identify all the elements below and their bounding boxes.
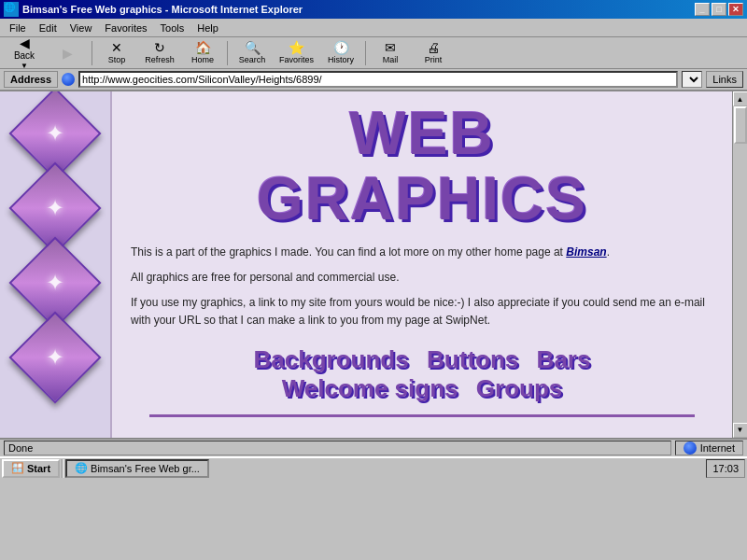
forward-button[interactable]: ▶ — [47, 39, 88, 67]
scroll-up-button[interactable]: ▲ — [733, 91, 748, 106]
heading-line2: GRAPHICS — [131, 166, 713, 231]
history-button[interactable]: 🕐 History — [320, 39, 361, 67]
taskbar-ie-item[interactable]: 🌐 Bimsan's Free Web gr... — [65, 459, 209, 478]
title-bar: 🌐 Bimsan's Free Web graphics - Microsoft… — [0, 0, 747, 19]
taskbar-clock: 17:03 — [706, 459, 745, 478]
address-bar: Address Links — [0, 69, 747, 91]
menu-help[interactable]: Help — [191, 21, 224, 35]
nav-bars[interactable]: Bars — [537, 345, 591, 374]
home-button[interactable]: 🏠 Home — [182, 39, 223, 67]
menu-file[interactable]: File — [4, 21, 32, 35]
toolbar-separator-1 — [92, 41, 92, 65]
address-label: Address — [4, 71, 58, 88]
search-button[interactable]: 🔍 Search — [232, 39, 273, 67]
favorites-button[interactable]: ⭐ Favorites — [275, 39, 318, 67]
menu-edit[interactable]: Edit — [34, 21, 63, 35]
description-para2: All graphics are free for personal and c… — [131, 269, 713, 287]
status-zone: Internet — [675, 441, 743, 455]
toolbar-separator-3 — [365, 41, 366, 65]
print-button[interactable]: 🖨 Print — [413, 39, 454, 67]
sidebar: ✦ ✦ ✦ ✦ — [0, 91, 112, 438]
status-done: Done — [4, 441, 671, 455]
menu-tools[interactable]: Tools — [155, 21, 190, 35]
scrollbar-track[interactable] — [733, 106, 747, 423]
description-para1: This is a part of the graphics I made. Y… — [131, 244, 713, 261]
window-icon: 🌐 — [4, 2, 19, 17]
nav-groups[interactable]: Groups — [476, 374, 562, 403]
page-area: ✦ ✦ ✦ ✦ WEB GRAPHICS This is a part of t… — [0, 91, 732, 438]
stop-button[interactable]: ✕ Stop — [96, 39, 137, 67]
nav-buttons[interactable]: Buttons — [427, 345, 518, 374]
menu-favorites[interactable]: Favorites — [99, 21, 152, 35]
diamond-4: ✦ — [9, 312, 102, 404]
status-globe-icon — [684, 441, 697, 455]
maximize-button[interactable]: □ — [712, 3, 726, 16]
refresh-button[interactable]: ↻ Refresh — [139, 39, 180, 67]
minimize-button[interactable]: _ — [695, 3, 710, 16]
window-title: Bimsan's Free Web graphics - Microsoft I… — [22, 4, 303, 15]
links-button[interactable]: Links — [706, 71, 743, 88]
status-bar: Done Internet — [0, 438, 747, 456]
toolbar: ◀ Back ▼ ▶ ✕ Stop ↻ Refresh 🏠 Home 🔍 Sea… — [0, 37, 747, 69]
page-heading: WEB GRAPHICS — [131, 101, 713, 232]
address-input[interactable] — [78, 71, 678, 88]
star-icon-4: ✦ — [46, 344, 64, 371]
scroll-down-button[interactable]: ▼ — [733, 423, 748, 438]
address-globe-icon — [62, 73, 75, 86]
main-content: WEB GRAPHICS This is a part of the graph… — [112, 91, 732, 438]
browser-content: ✦ ✦ ✦ ✦ WEB GRAPHICS This is a part of t… — [0, 91, 747, 438]
close-button[interactable]: ✕ — [728, 3, 743, 16]
nav-backgrounds[interactable]: Backgrounds — [254, 345, 409, 374]
taskbar-separator — [62, 459, 63, 478]
start-button[interactable]: 🪟 Start — [2, 459, 60, 478]
nav-welcome-signs[interactable]: Welcome signs — [282, 374, 458, 403]
menu-view[interactable]: View — [64, 21, 98, 35]
heading-line1: WEB — [131, 101, 713, 166]
star-icon-1: ✦ — [46, 120, 64, 147]
scrollbar[interactable]: ▲ ▼ — [732, 91, 747, 438]
address-dropdown[interactable] — [682, 71, 702, 88]
star-icon-2: ✦ — [46, 195, 64, 221]
menu-bar: File Edit View Favorites Tools Help — [0, 19, 747, 37]
mail-button[interactable]: ✉ Mail — [370, 39, 411, 67]
star-icon-3: ✦ — [46, 270, 64, 296]
start-windows-icon: 🪟 — [11, 462, 24, 474]
taskbar-ie-icon: 🌐 — [75, 462, 88, 474]
bimsan-link[interactable]: Bimsan — [566, 245, 606, 259]
taskbar: 🪟 Start 🌐 Bimsan's Free Web gr... 17:03 — [0, 456, 747, 479]
page-divider — [149, 414, 695, 417]
scrollbar-thumb[interactable] — [734, 106, 747, 144]
back-button[interactable]: ◀ Back ▼ — [4, 39, 45, 67]
toolbar-separator-2 — [227, 41, 228, 65]
nav-links: Backgrounds Buttons Bars Welcome signs G… — [131, 345, 713, 403]
description-para3: If you use my graphics, a link to my sit… — [131, 294, 713, 329]
